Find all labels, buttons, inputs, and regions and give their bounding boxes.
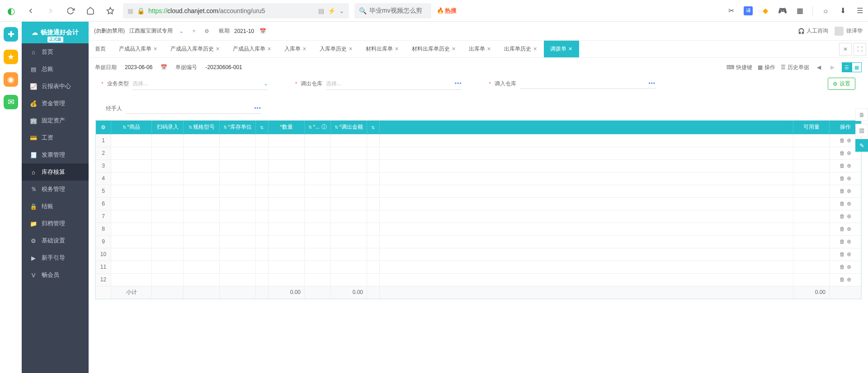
search-icon: 🔍 xyxy=(359,7,367,14)
scissors-icon[interactable]: ✂ xyxy=(726,6,736,15)
favorite-button[interactable] xyxy=(103,4,118,18)
hot-search-badge[interactable]: 🔥热搜 xyxy=(437,7,457,15)
back-button[interactable] xyxy=(24,4,38,18)
url-text: https://cloud.chanjet.com/accounting/uru… xyxy=(148,7,265,14)
home-button[interactable] xyxy=(83,4,98,18)
grid-icon[interactable]: ▦ xyxy=(795,6,804,15)
theme-icon[interactable]: ☼ xyxy=(821,6,830,15)
svg-marker-0 xyxy=(107,7,114,14)
search-box[interactable]: 🔍 毕业mv视频怎么剪 xyxy=(354,3,431,19)
qr-icon[interactable]: ▤ xyxy=(318,7,324,14)
lock-icon: 🔒 xyxy=(137,7,145,14)
search-placeholder: 毕业mv视频怎么剪 xyxy=(369,7,422,15)
translate-icon[interactable]: 译 xyxy=(744,6,753,15)
forward-button[interactable] xyxy=(43,4,58,18)
browser-toolbar: ◐ ▦ 🔒 https://cloud.chanjet.com/accounti… xyxy=(0,0,868,22)
browser-tools: ✂ 译 ◆ 🎮 ▦ ☼ ⬇ ☰ xyxy=(726,6,864,15)
logo-360-icon[interactable]: ◐ xyxy=(4,4,18,18)
flash-icon[interactable]: ⚡ xyxy=(328,7,335,14)
chevron-down-icon[interactable]: ⌄ xyxy=(339,7,344,14)
reload-button[interactable] xyxy=(63,4,78,18)
download-icon[interactable]: ⬇ xyxy=(838,6,847,15)
address-bar[interactable]: ▦ 🔒 https://cloud.chanjet.com/accounting… xyxy=(123,3,349,19)
game-icon[interactable]: 🎮 xyxy=(778,6,787,15)
shield-icon: ▦ xyxy=(127,7,133,14)
menu-icon[interactable]: ☰ xyxy=(855,6,864,15)
wallet-icon[interactable]: ◆ xyxy=(761,6,770,15)
